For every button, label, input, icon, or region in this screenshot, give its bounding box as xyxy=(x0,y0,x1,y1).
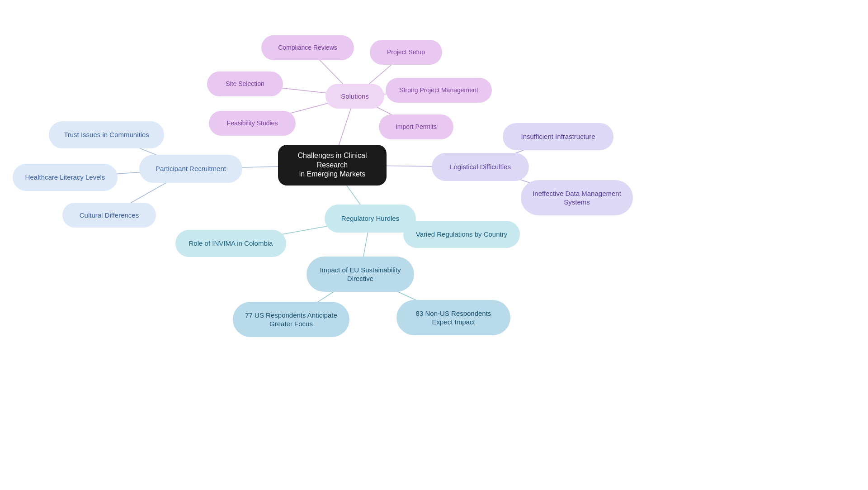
insufficient-infra-label: Insufficient Infrastructure xyxy=(521,132,595,141)
import-permits-label: Import Permits xyxy=(396,123,437,131)
varied-regulations-node: Varied Regulations by Country xyxy=(403,221,520,248)
feasibility-node: Feasibility Studies xyxy=(209,111,296,136)
us77-label: 77 US Respondents Anticipate Greater Foc… xyxy=(245,311,337,328)
ineffective-data-label: Ineffective Data Management Systems xyxy=(533,189,621,207)
role-invima-label: Role of INVIMA in Colombia xyxy=(189,239,273,248)
project-setup-node: Project Setup xyxy=(370,40,442,65)
healthcare-literacy-label: Healthcare Literacy Levels xyxy=(25,173,105,182)
compliance-label: Compliance Reviews xyxy=(278,43,337,52)
regulatory-hurdles-node: Regulatory Hurdles xyxy=(325,205,416,233)
import-permits-node: Import Permits xyxy=(379,114,453,139)
cultural-differences-node: Cultural Differences xyxy=(62,203,156,228)
insufficient-infra-node: Insufficient Infrastructure xyxy=(503,123,613,150)
non-us83-node: 83 Non-US Respondents Expect Impact xyxy=(396,300,510,335)
logistical-difficulties-label: Logistical Difficulties xyxy=(450,162,511,171)
ineffective-data-node: Ineffective Data Management Systems xyxy=(521,180,633,215)
trust-issues-node: Trust Issues in Communities xyxy=(49,121,164,148)
logistical-difficulties-node: Logistical Difficulties xyxy=(432,153,529,181)
project-setup-label: Project Setup xyxy=(387,48,425,56)
strong-project-node: Strong Project Management xyxy=(386,78,492,103)
trust-issues-label: Trust Issues in Communities xyxy=(64,130,149,139)
healthcare-literacy-node: Healthcare Literacy Levels xyxy=(13,164,118,191)
regulatory-hurdles-label: Regulatory Hurdles xyxy=(341,214,399,223)
us77-node: 77 US Respondents Anticipate Greater Foc… xyxy=(233,302,349,337)
impact-eu-label: Impact of EU Sustainability Directive xyxy=(320,266,401,283)
compliance-node: Compliance Reviews xyxy=(261,35,354,60)
impact-eu-node: Impact of EU Sustainability Directive xyxy=(307,257,414,292)
role-invima-node: Role of INVIMA in Colombia xyxy=(175,230,286,257)
center-label: Challenges in Clinical Research in Emerg… xyxy=(287,151,377,179)
feasibility-label: Feasibility Studies xyxy=(227,119,278,127)
center-node: Challenges in Clinical Research in Emerg… xyxy=(278,145,387,186)
participant-recruitment-node: Participant Recruitment xyxy=(139,155,242,183)
solutions-label: Solutions xyxy=(341,92,369,101)
non-us83-label: 83 Non-US Respondents Expect Impact xyxy=(416,309,491,327)
site-selection-node: Site Selection xyxy=(207,71,283,96)
solutions-node: Solutions xyxy=(326,84,384,109)
participant-recruitment-label: Participant Recruitment xyxy=(156,164,226,173)
site-selection-label: Site Selection xyxy=(226,80,264,88)
cultural-differences-label: Cultural Differences xyxy=(80,211,139,220)
varied-regulations-label: Varied Regulations by Country xyxy=(416,230,507,239)
strong-project-label: Strong Project Management xyxy=(399,86,478,94)
